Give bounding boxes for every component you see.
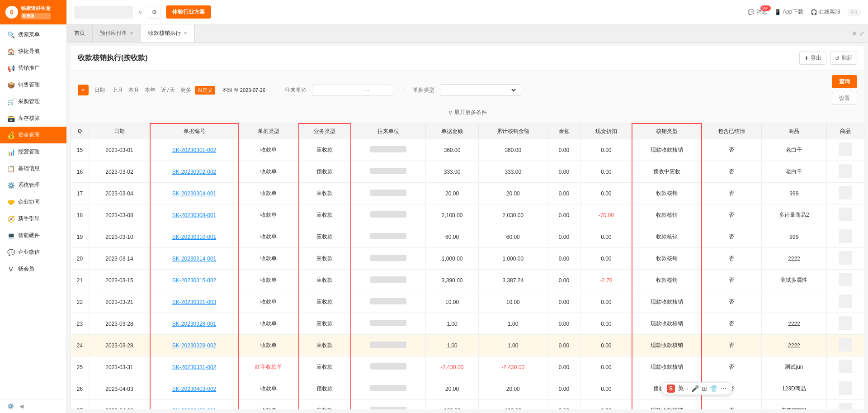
sidebar-settings-icon[interactable]: ⚙️ [7,403,14,409]
solution-btn[interactable]: 体验行业方案 [166,5,211,19]
cell-product: 测试多属性 [762,270,826,291]
sidebar-item-label-quick: 快捷导航 [18,47,40,55]
tab-home[interactable]: 首页 [67,24,93,42]
sidebar-item-wechat[interactable]: 💬 企业微信 [0,244,66,261]
cell-amount: 333.00 [426,161,479,183]
tab-prepay[interactable]: 预付应付单 ✕ [93,24,141,42]
tab-close-all-icon[interactable]: ✕ [852,30,857,37]
tab-receipt-verify[interactable]: 收款核销执行 ✕ [141,24,195,42]
th-verify-type: 核销类型 [632,123,702,139]
bill-no-link[interactable]: SK-20230403-002 [172,386,216,392]
export-icon: ⬆ [804,55,809,62]
cell-bill-type: 收款单 [238,204,299,226]
cell-no: 20 [71,248,89,270]
filter-date-custom[interactable]: 自定义 [195,86,215,95]
app-badge: 标推版 [21,13,51,19]
sidebar-item-marketing[interactable]: 📢 营销推广 [0,60,66,76]
cell-verify-type: 现款收款核销 [632,356,702,378]
cell-counterpart [351,183,426,204]
bill-no-link[interactable]: SK-20230315-002 [172,277,216,284]
sidebar-collapse-icon[interactable]: ◀ [19,403,24,409]
th-gear[interactable]: ⚙ [71,123,89,139]
cell-biz-type: 应收款 [299,356,350,378]
bill-no-link[interactable]: SK-20230331-002 [172,364,216,370]
ime-mic-icon[interactable]: 🎤 [691,385,699,392]
bill-no-link[interactable]: SK-20230328-001 [172,321,216,327]
sidebar-item-purchase[interactable]: 🛒 采购管理 [0,93,66,110]
online-service-btn[interactable]: 🎧 在线客服 [811,8,840,16]
cell-include-settled: 否 [702,139,762,161]
settings-gear-btn[interactable]: ⚙ [148,6,160,19]
tab-receipt-close-icon[interactable]: ✕ [184,31,187,36]
cell-no: 19 [71,226,89,248]
filter-bill-type-select[interactable] [444,86,517,94]
sidebar-item-hardware[interactable]: 💻 智能硬件 [0,227,66,244]
export-btn[interactable]: ⬆ 导出 [799,52,826,65]
data-table: ⚙ 日期 单据编号 单据类型 业务类型 往来单位 单据金额 累计核销金额 余额 … [71,123,864,409]
sidebar-item-basic[interactable]: 📋 基础信息 [0,160,66,177]
filter-date-last-month[interactable]: 上月 [110,85,125,95]
filter-sep-1: | [274,87,276,93]
message-btn[interactable]: 💬 消息 99+ [748,8,767,16]
bill-no-link[interactable]: SK-20230321-003 [172,299,216,305]
bill-no-link[interactable]: SK-20230308-001 [172,212,216,218]
sidebar-item-sales[interactable]: 📦 销售管理 [0,76,66,93]
filter-date-more[interactable]: 更多 [179,85,193,95]
vip-icon: V [7,266,14,273]
cell-bill-no: SK-20230315-002 [150,270,238,291]
query-btn[interactable]: 查询 [832,75,857,88]
sidebar-item-quick-nav[interactable]: 🏠 快捷导航 [0,43,66,60]
sidebar-item-vip[interactable]: V 畅会员 [0,261,66,277]
bill-no-link[interactable]: SK-20230314-001 [172,256,216,262]
sidebar-item-operations[interactable]: 📊 经营管理 [0,143,66,160]
sales-icon: 📦 [7,81,14,89]
ime-shirt-icon[interactable]: 👕 [710,385,717,392]
table-header-row: ⚙ 日期 单据编号 单据类型 业务类型 往来单位 单据金额 累计核销金额 余额 … [71,123,864,139]
sidebar-item-guide[interactable]: 🧭 新手引导 [0,210,66,227]
ime-eng-label[interactable]: 英 [678,385,684,393]
cell-bill-no: SK-20230331-002 [150,356,238,378]
cell-bill-no: SK-20230328-001 [150,313,238,335]
tab-expand-icon[interactable]: ⤢ [859,30,864,37]
ime-more-icon[interactable]: ⋯ [720,385,726,392]
cell-balance: 0.00 [547,139,581,161]
cell-counterpart [351,335,426,356]
cell-cumulative: 100.00 [479,400,547,410]
sidebar-item-label-sales: 销售管理 [18,81,40,89]
bill-no-link[interactable]: SK-20230301-002 [172,147,216,153]
sidebar-item-label-finance: 资金管理 [18,131,40,139]
sidebar-item-inventory[interactable]: 🗃️ 库存核算 [0,110,66,127]
bill-no-link[interactable]: SK-20230302-002 [172,169,216,175]
th-discount: 现金折扣 [580,123,632,139]
bill-no-link[interactable]: SK-20230304-001 [172,190,216,197]
sidebar-item-enterprise[interactable]: 🤝 企业协同 [0,194,66,210]
filter-settings-btn[interactable]: 设置 [832,92,857,105]
tab-prepay-close-icon[interactable]: ✕ [130,31,133,36]
bill-no-link[interactable]: SK-20230310-001 [172,234,216,240]
cell-bill-type: 收款单 [238,291,299,313]
th-amount: 单据金额 [426,123,479,139]
topbar: ∨ ⚙ 体验行业方案 💬 消息 99+ 📱 App下载 🎧 在线客服 Rit [67,0,868,24]
cell-product-img [826,313,864,335]
cell-discount: 0.00 [580,183,632,204]
sidebar-item-system[interactable]: ⚙️ 系统管理 [0,177,66,194]
filter-date-this-month[interactable]: 本月 [127,85,141,95]
sidebar-item-search[interactable]: 🔍 搜索菜单 [0,26,66,43]
filter-expand-btn[interactable]: » [78,85,89,95]
ime-grid-icon[interactable]: ⊞ [702,385,707,392]
cell-product-img [826,226,864,248]
filter-date-this-year[interactable]: 本年 [143,85,157,95]
main-area: ∨ ⚙ 体验行业方案 💬 消息 99+ 📱 App下载 🎧 在线客服 Rit 首… [67,0,868,413]
filter-date-7days[interactable]: 近7天 [159,85,177,95]
bill-no-link[interactable]: SK-20230328-002 [172,342,216,349]
refresh-btn[interactable]: ↺ 刷新 [830,52,857,65]
sidebar-item-finance[interactable]: 💰 资金管理 [0,127,66,143]
table-row: 22 2023-03-21 SK-20230321-003 收款单 应收款 10… [71,291,864,313]
hardware-icon: 💻 [7,232,14,239]
expand-more-btn[interactable]: ∨ 展开更多条件 [78,107,857,118]
inventory-icon: 🗃️ [7,115,14,122]
bill-no-link[interactable]: SK-20230408-001 [172,408,216,410]
app-download-btn[interactable]: 📱 App下载 [774,8,803,16]
cell-include-settled: 否 [702,204,762,226]
filter-counterpart-input[interactable] [316,87,361,93]
